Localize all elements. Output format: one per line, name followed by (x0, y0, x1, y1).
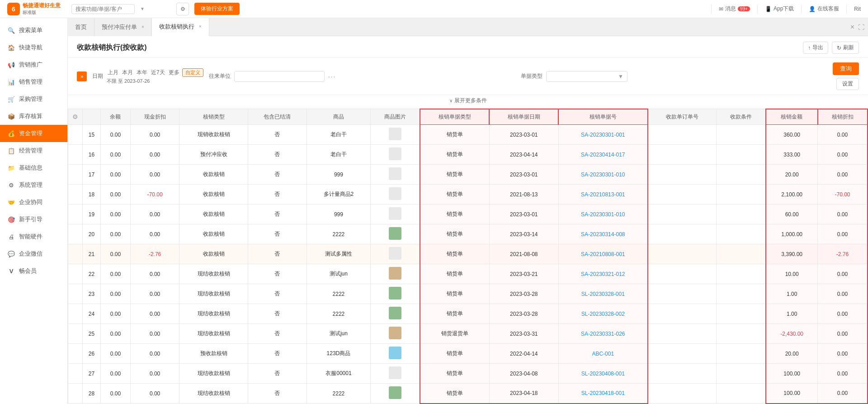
top-search-input[interactable] (71, 4, 135, 14)
cell-receipt-condition (717, 244, 766, 264)
data-table: ⚙ 余额 现金折扣 核销类型 包含已结清 商品 商品图片 核销单据类型 核销单据… (68, 109, 868, 404)
col-header-verify-bill-no: 核销单据号 (558, 109, 647, 125)
tab-prepay[interactable]: 预付冲应付单 × (94, 18, 152, 36)
bill-no-link[interactable]: SA-20210813-001 (581, 191, 625, 198)
partner-dots: ··· (328, 73, 336, 80)
tab-receipt[interactable]: 收款核销执行 × (152, 18, 209, 36)
sidebar-item-hardware[interactable]: 🖨 智能硬件 (0, 228, 67, 245)
cell-verify-bill-type: 销货单 (420, 145, 489, 165)
cell-balance: 0.00 (101, 244, 131, 264)
cell-verify-bill-no: SA-20230414-017 (558, 145, 647, 165)
cell-included-settled: 否 (248, 304, 307, 324)
cell-verify-amount: 333.00 (766, 145, 817, 165)
bill-type-select[interactable]: ▼ (546, 71, 627, 82)
bill-no-link[interactable]: SA-20230321-012 (581, 271, 625, 277)
cell-receipt-condition (717, 344, 766, 364)
sidebar-item-purchase[interactable]: 🛒 采购管理 (0, 90, 67, 108)
partner-input[interactable] (234, 71, 325, 82)
cell-verify-bill-date: 2023-03-01 (489, 204, 558, 224)
expand-more-btn[interactable]: ∨ 展开更多条件 (449, 97, 487, 105)
date-custom-btn[interactable]: 自定义 (182, 68, 203, 77)
close-tab-btn[interactable]: × (850, 23, 854, 31)
column-settings-icon[interactable]: ⚙ (72, 113, 78, 120)
cell-verify-type: 现结收款核销 (179, 284, 248, 304)
cell-goods-img (371, 165, 420, 185)
bill-no-link[interactable]: SA-20230301-010 (581, 211, 625, 218)
date-this-month[interactable]: 本月 (121, 69, 134, 76)
cell-receipt-condition (717, 304, 766, 324)
set-btn[interactable]: 设置 (836, 78, 859, 90)
sidebar-item-basic[interactable]: 📁 基础信息 (0, 159, 67, 176)
solution-btn[interactable]: 体验行业方案 (194, 3, 240, 15)
cell-cash-discount: 0.00 (130, 145, 179, 165)
bill-no-link[interactable]: SA-20230301-010 (581, 171, 625, 178)
bill-no-link[interactable]: SL-20230418-001 (581, 390, 625, 396)
sidebar-item-marketing[interactable]: 📢 营销推广 (0, 56, 67, 73)
cell-verify-bill-type: 销货单 (420, 224, 489, 244)
bill-no-link[interactable]: SL-20230328-002 (581, 311, 625, 317)
cell-included-settled: 否 (248, 244, 307, 264)
col-header-included-settled: 包含已结清 (248, 109, 307, 125)
sidebar-item-collab[interactable]: 🤝 企业协同 (0, 194, 67, 211)
cell-verify-type: 收款核销 (179, 204, 248, 224)
cell-included-settled: 否 (248, 284, 307, 304)
app-download-btn[interactable]: 📱 App下载 (765, 5, 794, 13)
cell-goods-img (371, 224, 420, 244)
sidebar-item-member[interactable]: V 畅会员 (0, 262, 67, 280)
cell-included-settled: 否 (248, 125, 307, 145)
bill-no-link[interactable]: SA-20230301-001 (581, 132, 625, 138)
settings-btn[interactable]: ⚙ (176, 3, 189, 15)
messages-btn[interactable]: ✉ 消息 99+ (719, 5, 750, 13)
sidebar-item-operation[interactable]: 📋 经营管理 (0, 142, 67, 159)
date-more[interactable]: 更多 (168, 69, 180, 76)
query-btn[interactable]: 查询 (833, 62, 859, 75)
bill-no-link[interactable]: SA-20230314-008 (581, 231, 625, 238)
date-this-year[interactable]: 本年 (136, 69, 148, 76)
refresh-btn[interactable]: ↻ 刷新 (832, 42, 859, 54)
sidebar-item-search[interactable]: 🔍 搜索菜单 (0, 22, 67, 39)
bill-no-link[interactable]: SA-20230414-017 (581, 152, 625, 158)
bill-no-link[interactable]: SA-20210808-001 (581, 251, 625, 257)
cell-balance: 0.00 (101, 224, 131, 244)
bill-no-link[interactable]: SA-20230331-026 (581, 331, 625, 337)
cell-verify-discount: 0.00 (818, 204, 868, 224)
cell-verify-type: 收款核销 (179, 224, 248, 244)
wechat-icon: 💬 (7, 250, 15, 258)
sidebar-item-inventory[interactable]: 📦 库存核算 (0, 108, 67, 125)
tab-close-prepay[interactable]: × (142, 24, 144, 29)
cell-receipt-condition (717, 125, 766, 145)
cell-goods: 123D商品 (307, 344, 371, 364)
cell-receipt-order-no (648, 264, 717, 284)
sidebar-item-sales[interactable]: 📊 销售管理 (0, 73, 67, 90)
hardware-icon: 🖨 (7, 233, 15, 241)
tab-home[interactable]: 首页 (68, 18, 94, 36)
sidebar-item-wechat[interactable]: 💬 企业微信 (0, 245, 67, 262)
cell-cash-discount: 0.00 (130, 384, 179, 404)
cell-included-settled: 否 (248, 264, 307, 284)
maximize-btn[interactable]: ⛶ (858, 24, 864, 31)
cell-verify-bill-date: 2023-03-14 (489, 224, 558, 244)
sidebar-item-navigation[interactable]: 🏠 快捷导航 (0, 39, 67, 56)
export-btn[interactable]: ↑ 导出 (803, 42, 828, 54)
cell-balance: 0.00 (101, 304, 131, 324)
date-7days[interactable]: 近7天 (150, 69, 166, 76)
bill-no-link[interactable]: SL-20230328-001 (581, 291, 625, 297)
date-last-month[interactable]: 上月 (107, 69, 119, 76)
sidebar-item-system[interactable]: ⚙ 系统管理 (0, 176, 67, 194)
cell-seq: 23 (83, 284, 101, 304)
table-row: 27 0.00 0.00 现结收款核销 否 衣服00001 销货单 2023-0… (68, 364, 868, 384)
cell-verify-bill-date: 2023-03-01 (489, 165, 558, 185)
cell-goods-img (371, 364, 420, 384)
service-btn[interactable]: 👤 在线客服 (809, 5, 839, 13)
bill-no-link[interactable]: SL-20230408-001 (581, 371, 625, 377)
sidebar-item-finance[interactable]: 💰 资金管理 (0, 125, 67, 142)
col-header-settings[interactable]: ⚙ (68, 109, 83, 125)
user-btn[interactable]: Rit (854, 6, 861, 12)
cell-receipt-order-no (648, 204, 717, 224)
sidebar-item-guide[interactable]: 🎯 新手引导 (0, 211, 67, 228)
cell-verify-type: 现结收款核销 (179, 384, 248, 404)
expand-arrow-btn[interactable]: » (77, 71, 87, 81)
table-container[interactable]: ⚙ 余额 现金折扣 核销类型 包含已结清 商品 商品图片 核销单据类型 核销单据… (68, 109, 868, 404)
tab-close-receipt[interactable]: × (199, 24, 202, 29)
bill-no-link[interactable]: ABC-001 (592, 351, 614, 357)
